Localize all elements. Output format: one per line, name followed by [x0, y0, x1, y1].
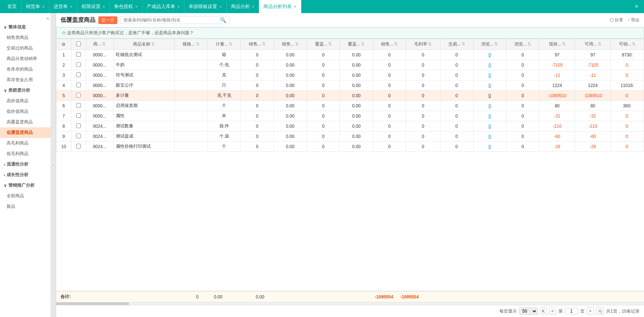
nav-tab-role[interactable]: 角色授权 ×	[110, 0, 142, 13]
row-checkbox[interactable]	[76, 134, 81, 138]
row-checkbox[interactable]	[76, 52, 81, 57]
row-browse1-link[interactable]: 0	[473, 121, 506, 131]
row-check[interactable]	[71, 60, 86, 70]
row-check[interactable]	[71, 101, 86, 111]
close-analysis-list-tab[interactable]: ×	[294, 4, 296, 9]
sidebar-item-new-goods[interactable]: 新品	[0, 201, 51, 212]
col-browse1[interactable]: 浏览...⇅	[473, 39, 506, 50]
search-input[interactable]	[123, 17, 219, 23]
sidebar-section-circulation[interactable]: › 流通性分析	[0, 159, 51, 170]
col-sales-amt[interactable]: 销售...⇅	[274, 39, 307, 50]
sidebar-item-all-goods[interactable]: 全部商品	[0, 191, 51, 201]
row-browse1-link[interactable]: 0	[473, 70, 506, 80]
sidebar-section-marketing[interactable]: ∨ 营销推广分析	[0, 180, 51, 191]
prev-page-btn[interactable]: <	[549, 308, 556, 315]
row-check[interactable]	[71, 121, 86, 131]
row-checkbox[interactable]	[76, 103, 81, 108]
sidebar-collapse-btn[interactable]: «	[46, 15, 49, 21]
horizontal-scrollbar[interactable]	[56, 302, 644, 305]
row-browse1-link[interactable]: 0	[473, 131, 506, 142]
col-current[interactable]: 现有...⇅	[539, 39, 575, 50]
sidebar-section-growth[interactable]: › 成长性分析	[0, 170, 51, 180]
col-unit[interactable]: 计量...⇅	[208, 39, 241, 50]
row-check[interactable]	[71, 91, 86, 101]
sidebar-section-cluster[interactable]: ∨ 类群度分析	[0, 85, 51, 96]
sidebar-item-high-coverage[interactable]: 高覆盖度商品	[0, 117, 51, 127]
sidebar-item-high-margin[interactable]: 高毛利商品	[0, 138, 51, 148]
sidebar-item-stock-capital[interactable]: 库存资金占用	[0, 75, 51, 85]
row-browse1-link[interactable]: 0	[473, 91, 506, 101]
col-browse2[interactable]: 浏览...⇅	[506, 39, 539, 50]
export-button[interactable]: ↑ 导出	[628, 17, 640, 23]
nav-tab-analysis-list[interactable]: 商品分析列表 ×	[259, 0, 301, 13]
col-spec[interactable]: 规格...⇅	[174, 39, 208, 50]
search-icon[interactable]: 🔍	[220, 17, 226, 23]
col-available[interactable]: 可用...⇅	[575, 39, 611, 50]
col-sales3[interactable]: 销售...⇅	[373, 39, 406, 50]
sidebar-item-high-value[interactable]: 高价值商品	[0, 96, 51, 106]
sidebar-collapse-strip[interactable]: ‹	[51, 13, 56, 317]
row-browse1-link[interactable]: 0	[473, 50, 506, 60]
close-sales-tab[interactable]: ×	[42, 4, 44, 9]
col-coverage2[interactable]: 覆盖...⇅	[340, 39, 373, 50]
share-button[interactable]: ⬡ 分享	[610, 17, 623, 23]
sidebar-item-traded-goods[interactable]: 交易过的商品	[0, 43, 51, 54]
row-check[interactable]	[71, 70, 86, 80]
col-name[interactable]: 商品名称⇅	[113, 39, 174, 50]
nav-tab-permission[interactable]: 权限设置 ×	[77, 0, 110, 13]
row-check[interactable]	[71, 50, 86, 60]
per-page-select[interactable]: 50 20 100 200	[519, 308, 538, 315]
per-page-label: 每页显示	[499, 308, 517, 314]
col-gross-rate[interactable]: 毛利率⇅	[406, 39, 440, 50]
first-page-btn[interactable]: K	[540, 308, 547, 315]
row-checkbox[interactable]	[76, 113, 81, 118]
close-permission-tab[interactable]: ×	[103, 4, 105, 9]
row-checkbox[interactable]	[76, 62, 81, 67]
sidebar-item-sales-goods[interactable]: 销售类商品	[0, 32, 51, 43]
select-all-checkbox[interactable]	[76, 41, 81, 46]
last-page-btn[interactable]: >|	[596, 308, 604, 315]
next-page-btn[interactable]: >	[587, 308, 594, 315]
row-checkbox[interactable]	[76, 144, 81, 148]
sidebar-item-low-value[interactable]: 低价值商品	[0, 106, 51, 117]
nav-tab-analysis[interactable]: 商品分析 ×	[227, 0, 259, 13]
close-template-tab[interactable]: ×	[219, 4, 221, 9]
close-all-tabs[interactable]: ×	[632, 2, 641, 11]
col-check[interactable]	[71, 39, 86, 50]
col-code[interactable]: 商...⇅	[86, 39, 113, 50]
row-check[interactable]	[71, 142, 86, 152]
nav-tab-warehouse[interactable]: 产成品入库单 ×	[142, 0, 184, 13]
close-role-tab[interactable]: ×	[135, 4, 137, 9]
nav-tab-sales[interactable]: 销货单 ×	[21, 0, 49, 13]
nav-tab-home[interactable]: 首页	[3, 0, 21, 13]
sidebar-item-category-sales-rate[interactable]: 商品分类动销率	[0, 54, 51, 64]
row-checkbox[interactable]	[76, 83, 81, 87]
sidebar-section-overall[interactable]: ∨ 整体信息	[0, 22, 51, 32]
page-input[interactable]	[565, 308, 578, 314]
nav-tab-template[interactable]: 单据模板设置 ×	[184, 0, 226, 13]
sidebar-item-with-stock[interactable]: 有库存的商品	[0, 64, 51, 75]
col-coverage1[interactable]: 覆盖...⇅	[307, 39, 340, 50]
col-sales-qty[interactable]: 销售...⇅	[241, 39, 274, 50]
row-browse1-link[interactable]: 0	[473, 142, 506, 152]
col-saleable[interactable]: 可销...⇅	[611, 39, 644, 50]
row-browse1-link[interactable]: 0	[473, 101, 506, 111]
row-checkbox[interactable]	[76, 123, 81, 128]
row-checkbox[interactable]	[76, 72, 81, 77]
row-check[interactable]	[71, 111, 86, 121]
col-trans[interactable]: 交易...⇅	[440, 39, 473, 50]
date-filter-button[interactable]: 近一月	[98, 16, 117, 24]
row-check[interactable]	[71, 131, 86, 142]
row-checkbox[interactable]	[76, 93, 81, 98]
row-browse1-link[interactable]: 0	[473, 60, 506, 70]
row-check[interactable]	[71, 80, 86, 91]
row-browse1-link[interactable]: 0	[473, 80, 506, 91]
row-browse1-link[interactable]: 0	[473, 111, 506, 121]
sidebar-item-low-coverage[interactable]: 低覆盖度商品	[0, 127, 51, 138]
close-warehouse-tab[interactable]: ×	[177, 4, 180, 9]
close-purchase-tab[interactable]: ×	[70, 4, 72, 9]
sidebar-item-low-margin[interactable]: 低毛利商品	[0, 148, 51, 159]
col-settings[interactable]: ⚙	[56, 39, 71, 50]
close-analysis-tab[interactable]: ×	[252, 4, 254, 9]
nav-tab-purchase[interactable]: 进货单 ×	[49, 0, 77, 13]
